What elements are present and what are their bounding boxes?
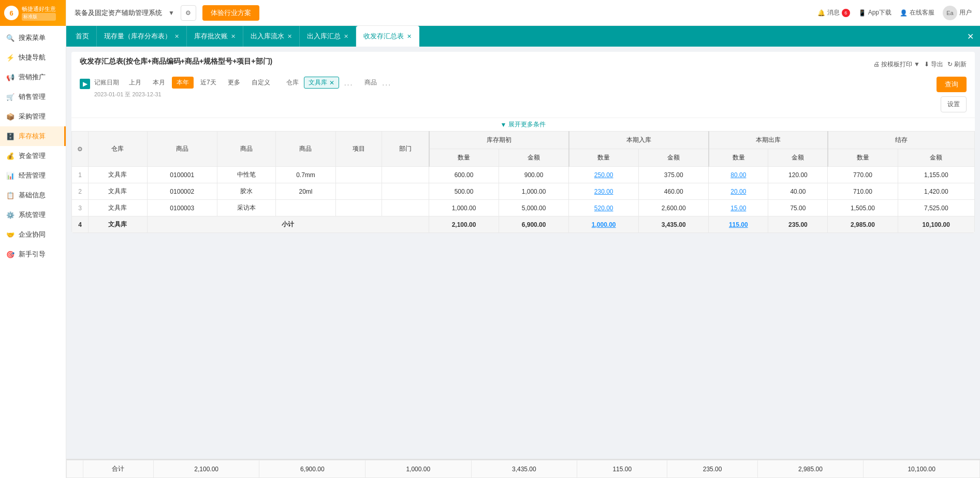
purchase-icon: 📦 [6,112,14,121]
tab-batch[interactable]: 库存批次账 ✕ [187,26,243,47]
row-product-name: 采访本 [217,200,276,216]
total-closing-qty: 2,985.00 [757,460,864,478]
total-opening-qty: 2,100.00 [153,460,259,478]
inventory-icon: 🗄️ [6,132,14,140]
bell-icon: 🔔 [817,9,825,17]
tab-recv-send-close[interactable]: ✕ [407,33,412,40]
table-settings-icon[interactable]: ⚙ [77,146,83,153]
date-btn-this-year[interactable]: 本年 [172,77,194,89]
refresh-icon: ↻ [947,61,953,68]
row-in-qty[interactable]: 230.00 [569,183,639,200]
row-in-amt: 375.00 [639,167,709,183]
tab-inout-summary[interactable]: 出入库汇总 ✕ [300,26,356,47]
sidebar-item-label: 基础信息 [19,191,46,200]
tab-stock-dist[interactable]: 现存量（库存分布表） ✕ [97,26,187,47]
tab-inout-flow-close[interactable]: ✕ [287,33,292,40]
subtotal-warehouse: 文具库 [89,216,148,233]
app-download-action[interactable]: 📱 App下载 [858,8,891,17]
warehouse-tag-close[interactable]: ✕ [329,79,334,86]
sidebar-item-system[interactable]: ⚙️ 系统管理 [0,205,66,225]
product-more-btn[interactable]: ... [382,79,391,87]
sidebar: 6 畅捷通好生意 标准版 🔍 搜索菜单 ⚡ 快捷导航 📢 营销推广 🛒 销售管理… [0,0,66,478]
filter-row-1: 记账日期 上月 本月 本年 近7天 更多 自定义 仓库 文具库 [94,77,932,89]
sidebar-item-marketing[interactable]: 📢 营销推广 [0,67,66,87]
row-opening-amt: 5,000.00 [499,200,569,216]
online-service-action[interactable]: 👤 在线客服 [900,8,934,17]
filter-actions: 查询 设置 [937,77,967,112]
tab-batch-close[interactable]: ✕ [231,33,236,40]
subtotal-out-amt: 235.00 [768,216,828,233]
expand-filters-row[interactable]: ▼ 展开更多条件 [71,118,975,131]
sidebar-item-basic-info[interactable]: 📋 基础信息 [0,185,66,205]
sidebar-item-search[interactable]: 🔍 搜索菜单 [0,28,66,48]
tab-batch-label: 库存批次账 [194,32,228,41]
filter-toggle-btn[interactable]: ▶ [80,79,90,89]
row-out-qty[interactable]: 80.00 [709,167,768,183]
trial-button[interactable]: 体验行业方案 [202,5,259,21]
row-opening-qty: 500.00 [429,183,499,200]
settings-button[interactable]: 设置 [941,96,967,112]
row-out-qty[interactable]: 15.00 [709,200,768,216]
total-label: 合计 [83,460,154,478]
th-warehouse: 仓库 [89,132,148,167]
row-num: 3 [72,200,89,216]
quick-nav-icon: ⚡ [6,53,14,62]
sidebar-item-quick-nav[interactable]: ⚡ 快捷导航 [0,48,66,67]
filter-body: 记账日期 上月 本月 本年 近7天 更多 自定义 仓库 文具库 [94,77,932,98]
user-avatar: Ea [943,6,957,20]
table-row: 3 文具库 0100003 采访本 1,000.00 5,000.00 520.… [72,200,975,216]
row-out-qty[interactable]: 20.00 [709,183,768,200]
topbar-actions: 🔔 消息 6 📱 App下载 👤 在线客服 Ea 用户 [817,6,972,20]
tab-stock-dist-close[interactable]: ✕ [174,33,179,40]
system-dropdown-arrow[interactable]: ▼ [168,9,174,17]
row-in-qty[interactable]: 520.00 [569,200,639,216]
sidebar-item-inventory[interactable]: 🗄️ 库存核算 [0,126,66,146]
warehouse-more-btn[interactable]: ... [344,79,354,87]
sidebar-item-sales[interactable]: 🛒 销售管理 [0,87,66,107]
tabs-close-all[interactable]: ✕ [963,32,978,41]
refresh-btn[interactable]: ↻ 刷新 [947,60,967,69]
th-closing-group: 结存 [828,132,975,149]
sidebar-item-purchase[interactable]: 📦 采购管理 [0,107,66,126]
tab-inout-flow[interactable]: 出入库流水 ✕ [243,26,300,47]
tab-home[interactable]: 首页 [68,26,97,47]
row-product-code: 0100002 [147,183,217,200]
date-btn-last-month[interactable]: 上月 [124,77,146,89]
date-btn-this-month[interactable]: 本月 [148,77,170,89]
warehouse-tag-value: 文具库 [309,78,327,87]
print-btn[interactable]: 🖨 按模板打印 ▼ [873,60,920,69]
date-btn-7days[interactable]: 近7天 [196,77,221,89]
sidebar-item-label: 搜索菜单 [19,33,46,42]
subtotal-out-qty[interactable]: 115.00 [709,216,768,233]
sidebar-item-operations[interactable]: 📊 经营管理 [0,166,66,185]
sidebar-item-enterprise[interactable]: 🤝 企业协同 [0,225,66,244]
export-btn[interactable]: ⬇ 导出 [924,60,943,69]
notification-action[interactable]: 🔔 消息 6 [817,8,850,17]
sidebar-item-guide[interactable]: 🎯 新手引导 [0,244,66,264]
row-closing-amt: 7,525.00 [898,200,975,216]
date-btn-custom[interactable]: 自定义 [247,77,275,89]
row-opening-amt: 1,000.00 [499,183,569,200]
subtotal-in-amt: 3,435.00 [639,216,709,233]
query-button[interactable]: 查询 [937,77,967,92]
row-in-qty[interactable]: 250.00 [569,167,639,183]
service-icon: 👤 [900,9,908,17]
th-out-amt: 金额 [768,149,828,167]
warehouse-tag: 文具库 ✕ [304,77,339,89]
sidebar-item-finance[interactable]: 💰 资金管理 [0,146,66,166]
data-table: ⚙ 仓库 商品 商品 商品 项目 部门 库存期初 本期入库 本期出库 结存 [71,131,975,233]
tab-inout-summary-close[interactable]: ✕ [344,33,348,40]
sidebar-item-label: 快捷导航 [19,53,46,62]
row-project [335,200,382,216]
th-opening-qty: 数量 [429,149,499,167]
sidebar-item-label: 营销推广 [19,73,46,82]
tab-recv-send[interactable]: 收发存汇总表 ✕ [356,26,419,47]
subtotal-in-qty[interactable]: 1,000.00 [569,216,639,233]
sidebar-item-label: 系统管理 [19,210,46,220]
subtotal-label: 小计 [147,216,429,233]
th-in-amt: 金额 [639,149,709,167]
settings-gear-btn[interactable]: ⚙ [181,5,196,21]
row-num: 2 [72,183,89,200]
date-btn-more[interactable]: 更多 [223,77,245,89]
user-action[interactable]: Ea 用户 [943,6,972,20]
